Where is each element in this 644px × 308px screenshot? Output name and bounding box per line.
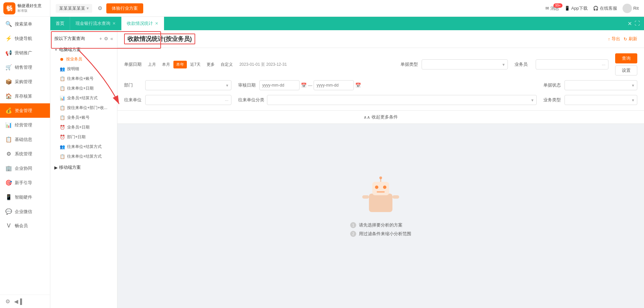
date-tab-this-year[interactable]: 本年	[173, 61, 187, 68]
left-panel: 按以下方案查询 + ⚙ « ▼ 电脑端方案 ⏺ 按业务员 👥 按明细 📋	[50, 30, 117, 308]
refresh-button[interactable]: ↻ 刷新	[624, 36, 637, 42]
tip-num-2: 2	[350, 231, 356, 237]
add-scheme-icon[interactable]: +	[99, 36, 102, 41]
user-menu[interactable]: Rit	[623, 4, 639, 13]
tab-home[interactable]: 首页	[50, 17, 70, 30]
system-icon: ⚙	[5, 151, 12, 157]
date-tab-7days[interactable]: 近7天	[187, 61, 203, 68]
tab-collection-close-icon[interactable]: ✕	[155, 21, 158, 26]
filter-business-type-item: 业务类型 ▾	[543, 95, 637, 105]
review-date-start[interactable]	[259, 80, 300, 90]
sidebar-item-inventory[interactable]: 🏠 库存核算	[0, 89, 50, 103]
tab-collection[interactable]: 收款情况统计 ✕	[121, 17, 164, 30]
salesperson-label: 业务员	[515, 61, 533, 67]
date-tab-last-month[interactable]: 上月	[145, 61, 159, 68]
tab-bank-close-icon[interactable]: ✕	[112, 21, 116, 26]
collapse-panel-icon[interactable]: «	[110, 36, 113, 41]
scheme-item-partner-account[interactable]: 📋 往来单位+账号	[50, 74, 117, 84]
sidebar-item-company[interactable]: 🏢 企业协同	[0, 161, 50, 175]
scheme-settings-icon[interactable]: ⚙	[104, 36, 108, 41]
review-date-cal2-icon[interactable]: 📅	[355, 83, 361, 88]
scheme-detail-icon: 👥	[60, 66, 65, 71]
quick-nav-icon: ⚡	[5, 35, 12, 42]
page-header: 收款情况统计(按业务员) ↑ 导出 ↻ 刷新	[117, 30, 644, 48]
salesperson-more-icon[interactable]: ···	[602, 62, 605, 67]
sidebar-item-base[interactable]: 📋 基础信息	[0, 132, 50, 147]
partner-select[interactable]: ···	[145, 95, 231, 105]
sidebar-item-system[interactable]: ⚙ 系统管理	[0, 147, 50, 161]
tab-bank[interactable]: 现金银行流水查询 ✕	[70, 17, 121, 30]
query-button[interactable]: 查询	[615, 53, 637, 63]
filter-collapse-button[interactable]: ∧∧ 收起更多条件	[117, 111, 644, 124]
sidebar-item-finance[interactable]: 💰 资金管理	[0, 103, 50, 118]
group-expand-icon: ▼	[54, 48, 58, 52]
salesperson-select[interactable]: ···	[536, 59, 608, 69]
app-download-button[interactable]: 📱 App下载	[565, 5, 588, 11]
filter-partner-category-item: 往来单位分类 ▾	[238, 95, 537, 105]
business-type-select[interactable]: ▾	[565, 95, 637, 105]
scheme-pd-icon: 📋	[60, 86, 65, 91]
date-tab-this-month[interactable]: 本月	[159, 61, 173, 68]
scheme-sdate-icon: ⏰	[60, 125, 65, 130]
review-date-wrap: 📅 — 📅	[259, 80, 537, 90]
voucher-status-label: 单据状态	[543, 82, 562, 88]
date-tab-more[interactable]: 更多	[204, 61, 217, 68]
sidebar-item-purchase[interactable]: 📦 采购管理	[0, 74, 50, 89]
scheme-item-salesperson-settlement[interactable]: 📊 业务员+结算方式	[50, 93, 117, 103]
wechat-icon: 💬	[5, 208, 12, 215]
message-button[interactable]: ✉ 消息 99+	[545, 5, 559, 11]
window-maximize-icon[interactable]: ⛶	[635, 20, 640, 27]
scheme-item-partner-date[interactable]: 📋 往来单位+日期	[50, 84, 117, 93]
sidebar-item-search[interactable]: 🔍 搜索菜单	[0, 17, 50, 31]
trial-button[interactable]: 体验行业方案	[106, 3, 143, 13]
filter-salesperson-item: 业务员 ···	[515, 59, 608, 69]
dept-label: 部门	[124, 82, 143, 88]
left-panel-header-icons: + ⚙ «	[99, 36, 113, 41]
scheme-item-by-detail[interactable]: 👥 按明细	[50, 64, 117, 74]
scheme-item-salesperson-date[interactable]: ⏰ 业务员+日期	[50, 122, 117, 132]
review-date-end[interactable]	[314, 80, 354, 90]
sidebar-collapse-icon[interactable]: ◀▐	[14, 298, 22, 305]
voucher-type-select[interactable]: ▾	[422, 59, 508, 69]
filter-date-item: 单据日期 上月 本月 本年 近7天 更多 自定义 2023-01-01 至 20…	[124, 61, 394, 68]
service-button[interactable]: 🎧 在线客服	[593, 5, 617, 11]
mobile-group-title[interactable]: ▶ 移动端方案	[50, 163, 117, 172]
sidebar-item-wechat[interactable]: 💬 企业微信	[0, 204, 50, 219]
header-settings-icon[interactable]: ⚙	[98, 5, 102, 11]
svg-rect-0	[369, 194, 392, 212]
partner-category-label: 往来单位分类	[238, 97, 264, 103]
scheme-item-dept-date[interactable]: ⏰ 部门+日期	[50, 132, 117, 142]
user-avatar	[623, 4, 632, 13]
sidebar-item-hardware[interactable]: 📱 智能硬件	[0, 190, 50, 204]
voucher-status-select[interactable]: ▾	[565, 80, 637, 90]
filter-voucher-type-item: 单据类型 ▾	[400, 59, 508, 69]
scheme-item-by-salesperson[interactable]: ⏺ 按业务员	[50, 54, 117, 64]
partner-category-select[interactable]: ▾	[267, 95, 537, 105]
main-content: 按以下方案查询 + ⚙ « ▼ 电脑端方案 ⏺ 按业务员 👥 按明细 📋	[50, 30, 644, 308]
export-button[interactable]: ↑ 导出	[608, 36, 621, 42]
review-date-cal1-icon[interactable]: 📅	[301, 83, 307, 88]
voucher-status-chevron-icon: ▾	[632, 83, 634, 88]
tip-text-1: 请先选择要分析的方案	[359, 222, 402, 228]
partner-more-icon[interactable]: ···	[225, 98, 228, 103]
sidebar-item-guide[interactable]: 🎯 新手引导	[0, 175, 50, 190]
sidebar-item-marketing[interactable]: 📢 营销推广	[0, 46, 50, 60]
sidebar-item-quick-nav[interactable]: ⚡ 快捷导航	[0, 31, 50, 46]
dept-select[interactable]: ▾	[145, 80, 231, 90]
sidebar-item-business[interactable]: 📊 经营管理	[0, 118, 50, 132]
sidebar-item-sales[interactable]: 🛒 销售管理	[0, 60, 50, 74]
window-close-icon[interactable]: ✕	[628, 20, 632, 27]
empty-tips: 1 请先选择要分析的方案 2 用过滤条件来缩小分析范围	[350, 222, 411, 237]
sidebar-item-vip[interactable]: V 畅会员	[0, 219, 50, 233]
scheme-item-partner-settlement1[interactable]: 👥 往来单位+结算方式	[50, 142, 117, 152]
robot-svg	[361, 175, 401, 215]
svg-rect-7	[362, 195, 369, 199]
scheme-item-partner-settlement2[interactable]: 📋 往来单位+结算方式	[50, 152, 117, 161]
scheme-item-partner-dept[interactable]: 📋 按往来单位+部门+收...	[50, 103, 117, 113]
sidebar-settings-icon[interactable]: ⚙	[5, 298, 10, 305]
filter-area: 单据日期 上月 本月 本年 近7天 更多 自定义 2023-01-01 至 20…	[117, 48, 644, 111]
date-tab-custom[interactable]: 自定义	[218, 61, 235, 68]
settings-button[interactable]: 设置	[615, 65, 637, 75]
scheme-item-salesperson-account[interactable]: 📋 业务员+账号	[50, 113, 117, 122]
desktop-group-title[interactable]: ▼ 电脑端方案	[50, 45, 117, 54]
